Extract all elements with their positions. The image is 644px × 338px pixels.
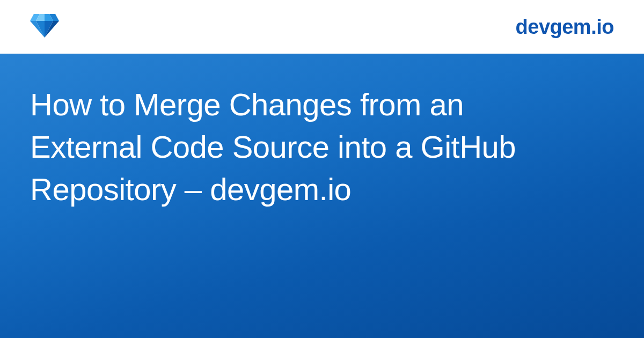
header-bar: devgem.io <box>0 0 644 54</box>
page-title: How to Merge Changes from an External Co… <box>30 84 524 211</box>
gem-logo-icon <box>30 14 59 38</box>
brand-wordmark: devgem.io <box>516 16 614 39</box>
hero-banner: How to Merge Changes from an External Co… <box>0 54 644 338</box>
